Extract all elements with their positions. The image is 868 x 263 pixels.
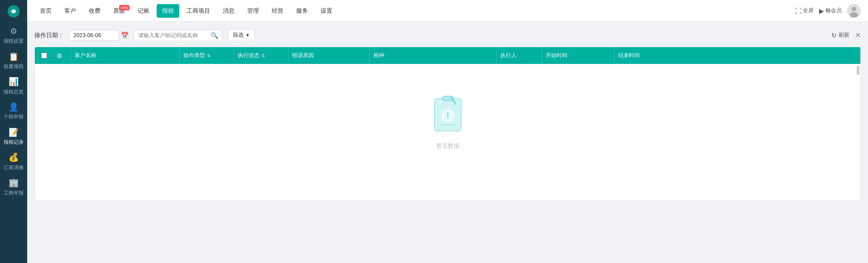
svg-point-2 (852, 7, 856, 11)
person-tax-icon: 👤 (9, 102, 19, 112)
topnav-right: ⛶ 全屏 ▶ 畅会员 (795, 4, 861, 18)
nav-shoufei[interactable]: 收费 (83, 4, 106, 18)
main-content: 首页 客户 收费 票据 new 记账 报税 工商项目 消息 管理 经营 服务 设… (27, 0, 868, 263)
sidebar-item-baoshui-shezhi[interactable]: ⚙ 报税设置 (0, 23, 27, 48)
nav-xiaoxi[interactable]: 消息 (217, 4, 240, 18)
topnav: 首页 客户 收费 票据 new 记账 报税 工商项目 消息 管理 经营 服务 设… (27, 0, 868, 22)
nav-baoshui[interactable]: 报税 (157, 4, 179, 18)
close-button[interactable]: ✕ (855, 32, 861, 39)
date-input[interactable] (69, 30, 119, 41)
th-tax-type: 税种 (370, 47, 497, 64)
search-button[interactable]: 🔍 (207, 30, 222, 41)
chevron-down-icon: ▼ (245, 33, 250, 38)
svg-point-3 (850, 12, 858, 18)
select-all-checkbox[interactable] (41, 53, 47, 58)
video-icon: ▶ (819, 7, 824, 15)
th-operation-type: 操作类型 ⇅ (180, 47, 234, 64)
settings-icon: ⚙ (10, 26, 17, 37)
annual-report-icon: 🏢 (9, 178, 19, 188)
empty-illustration: ! (425, 91, 470, 136)
refresh-icon: ↻ (831, 32, 837, 39)
overview-icon: 📊 (9, 77, 19, 87)
th-error-reason: 错误原因 (288, 47, 370, 64)
th-settings[interactable]: ⚙ (53, 47, 71, 64)
nav-fuwu[interactable]: 服务 (291, 4, 313, 18)
th-executor: 执行人 (497, 47, 542, 64)
member-button[interactable]: ▶ 畅会员 (819, 7, 842, 15)
fullscreen-button[interactable]: ⛶ 全屏 (795, 7, 814, 15)
th-customer-name: 客户名称 (71, 47, 180, 64)
sort-icon-status: ⇅ (261, 53, 265, 58)
nav-jizhang[interactable]: 记账 (132, 4, 155, 18)
table-body: ! 暂无数据 (35, 64, 860, 200)
page-body: 操作日期： 📅 🔍 筛选 ▼ ↻ 刷新 ✕ (27, 22, 868, 263)
sidebar-logo (0, 0, 27, 23)
filter-bar: 操作日期： 📅 🔍 筛选 ▼ ↻ 刷新 ✕ (34, 29, 861, 41)
refresh-button[interactable]: ↻ 刷新 (831, 31, 849, 39)
sidebar-item-baoshui-zonlan[interactable]: 📊 报税总览 (0, 73, 27, 98)
th-checkbox[interactable] (35, 47, 53, 64)
calendar-icon[interactable]: 📅 (121, 32, 129, 39)
content-area: 操作日期： 📅 🔍 筛选 ▼ ↻ 刷新 ✕ (27, 22, 868, 263)
nav-piaoju[interactable]: 票据 new (108, 4, 130, 18)
search-wrap: 🔍 (134, 29, 222, 41)
search-input[interactable] (134, 30, 207, 40)
nav-jingying[interactable]: 经营 (266, 4, 289, 18)
date-input-wrap: 📅 (69, 30, 129, 41)
nav-gongshang-xiangmu[interactable]: 工商项目 (181, 4, 216, 18)
nav-kehu[interactable]: 客户 (59, 4, 82, 18)
table-container: ⚙ 客户名称 操作类型 ⇅ 执行状态 ⇅ 错误原因 (34, 47, 861, 200)
th-exec-status: 执行状态 ⇅ (234, 47, 288, 64)
nav-shouye[interactable]: 首页 (34, 4, 57, 18)
sort-icon-operation: ⇅ (207, 53, 211, 58)
nav-guanli[interactable]: 管理 (242, 4, 264, 18)
column-settings-icon[interactable]: ⚙ (57, 52, 62, 59)
sidebar-item-geshuishenba[interactable]: 👤 个税申报 (0, 98, 27, 124)
date-label: 操作日期： (34, 31, 64, 39)
batch-tax-icon: 📋 (9, 52, 19, 62)
empty-text: 暂无数据 (436, 142, 460, 150)
settlement-icon: 💰 (9, 152, 19, 163)
table-header: ⚙ 客户名称 操作类型 ⇅ 执行状态 ⇅ 错误原因 (35, 47, 860, 64)
sidebar-item-baoshui-jilu[interactable]: 📝 报税记录 (0, 124, 27, 149)
th-end-time: 结束时间 (614, 47, 687, 64)
th-start-time: 开始时间 (542, 47, 614, 64)
svg-text:!: ! (446, 111, 449, 120)
scrollbar-vertical[interactable] (857, 66, 859, 75)
sidebar: ⚙ 报税设置 📋 批量报税 📊 报税总览 👤 个税申报 📝 报税记录 💰 汇算清… (0, 0, 27, 263)
nav-shezhi[interactable]: 设置 (315, 4, 338, 18)
fullscreen-icon: ⛶ (795, 7, 801, 15)
sidebar-item-gongshang-nianbao[interactable]: 🏢 工商年报 (0, 174, 27, 200)
sidebar-item-huisuan-jiaona[interactable]: 💰 汇算清缴 (0, 149, 27, 174)
sidebar-item-piliang-baoshui[interactable]: 📋 批量报税 (0, 48, 27, 73)
user-avatar[interactable] (847, 4, 861, 18)
empty-state: ! 暂无数据 (35, 64, 860, 177)
nav-badge-new: new (119, 5, 129, 11)
nav-items: 首页 客户 收费 票据 new 记账 报税 工商项目 消息 管理 经营 服务 设… (34, 4, 795, 18)
record-icon: 📝 (9, 127, 19, 138)
filter-button[interactable]: 筛选 ▼ (228, 29, 255, 41)
